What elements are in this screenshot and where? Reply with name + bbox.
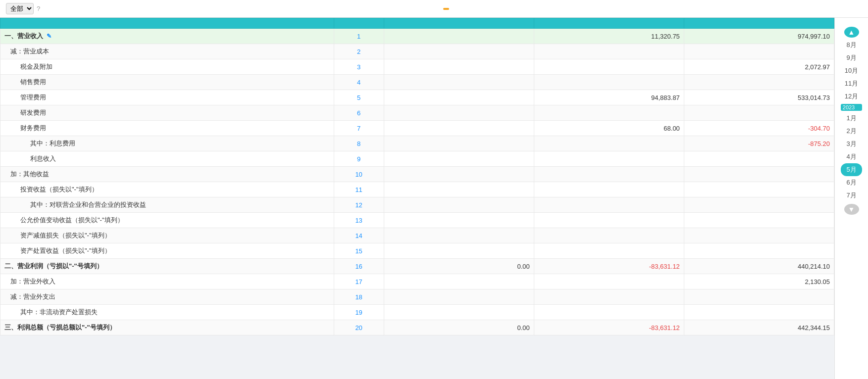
ytd-amount-cell — [534, 151, 684, 167]
ytd-amount-cell: -83,631.12 — [534, 320, 684, 335]
sidebar-month-item[interactable]: 6月 — [841, 176, 862, 189]
item-cell: 减：营业成本 — [0, 44, 334, 59]
ytd-amount-cell — [534, 197, 684, 213]
sidebar-month-item[interactable]: 5月 — [841, 163, 862, 176]
ytd-amount-cell — [534, 44, 684, 59]
item-cell: 公允价值变动收益（损失以"-"填列） — [0, 213, 334, 228]
sidebar-month-item[interactable]: 11月 — [841, 77, 862, 90]
ytd-amount-cell: 11,320.75 — [534, 29, 684, 44]
ytd-amount-cell: 68.00 — [534, 121, 684, 136]
item-cell: 销售费用 — [0, 75, 334, 90]
month-amount-cell — [384, 44, 534, 59]
ytd-amount-cell — [534, 228, 684, 243]
item-cell: 研发费用 — [0, 105, 334, 121]
row-number-cell: 1 — [334, 29, 384, 44]
row-number-cell: 6 — [334, 105, 384, 121]
prev-amount-cell — [684, 213, 834, 228]
row-number-cell: 19 — [334, 305, 384, 320]
sidebar-month-item[interactable]: 10月 — [841, 64, 862, 77]
sidebar-month-item[interactable]: 7月 — [841, 189, 862, 202]
item-cell: 二、营业利润（亏损以"-"号填列） — [0, 259, 334, 274]
sidebar-month-item[interactable]: 3月 — [841, 138, 862, 150]
row-number-cell: 17 — [334, 274, 384, 289]
item-cell: 其中：对联营企业和合营企业的投资收益 — [0, 197, 334, 213]
row-number-cell: 5 — [334, 90, 384, 105]
prev-amount-cell — [684, 197, 834, 213]
month-amount-cell — [384, 197, 534, 213]
ytd-amount-cell — [534, 182, 684, 197]
month-amount-cell — [384, 151, 534, 167]
row-number-cell: 15 — [334, 243, 384, 259]
month-amount-cell: 0.00 — [384, 259, 534, 274]
prev-amount-cell — [684, 105, 834, 121]
ytd-amount-cell — [534, 213, 684, 228]
month-amount-cell: 0.00 — [384, 320, 534, 335]
month-amount-cell — [384, 274, 534, 289]
row-number-cell: 7 — [334, 121, 384, 136]
sidebar-month-item[interactable]: 9月 — [841, 51, 862, 64]
item-cell: 财务费用 — [0, 121, 334, 136]
item-cell: 减：营业外支出 — [0, 289, 334, 305]
col-header-month — [384, 18, 534, 29]
month-amount-cell — [384, 243, 534, 259]
item-cell: 利息收入 — [0, 151, 334, 167]
row-number-cell: 13 — [334, 213, 384, 228]
item-cell: 加：其他收益 — [0, 167, 334, 182]
prev-amount-cell: 533,014.73 — [684, 90, 834, 105]
month-amount-cell — [384, 29, 534, 44]
prev-amount-cell — [684, 75, 834, 90]
row-number-cell: 8 — [334, 136, 384, 151]
table-area: 一、营业收入 ✎111,320.75974,997.10减：营业成本2税金及附加… — [0, 18, 834, 379]
item-cell: 管理费用 — [0, 90, 334, 105]
prev-amount-cell: 2,130.05 — [684, 274, 834, 289]
item-cell: 加：营业外收入 — [0, 274, 334, 289]
sidebar-month-item[interactable]: 8月 — [841, 39, 862, 51]
month-amount-cell — [384, 136, 534, 151]
sidebar-month-item[interactable]: 4月 — [841, 150, 862, 163]
scope-select[interactable]: 全部 — [6, 3, 34, 14]
item-cell: 税金及附加 — [0, 59, 334, 75]
sidebar-month-item[interactable]: 1月 — [841, 112, 862, 125]
month-amount-cell — [384, 121, 534, 136]
sidebar-down-nav[interactable]: ▼ — [844, 204, 859, 215]
prev-amount-cell — [684, 182, 834, 197]
item-cell: 其中：利息费用 — [0, 136, 334, 151]
row-number-cell: 4 — [334, 75, 384, 90]
sidebar-year-badge: 2023 — [841, 104, 862, 111]
ytd-amount-cell — [534, 75, 684, 90]
ytd-amount-cell — [534, 274, 684, 289]
month-amount-cell — [384, 305, 534, 320]
prev-amount-cell: 442,344.15 — [684, 320, 834, 335]
sidebar: ▲ 8月9月10月11月12月20231月2月3月4月5月6月7月 ▼ — [834, 18, 868, 379]
prev-amount-cell: -875.20 — [684, 136, 834, 151]
col-header-row — [334, 18, 384, 29]
col-header-prev — [684, 18, 834, 29]
ytd-amount-cell: -83,631.12 — [534, 259, 684, 274]
status-badge — [443, 8, 449, 10]
profit-table: 一、营业收入 ✎111,320.75974,997.10减：营业成本2税金及附加… — [0, 18, 834, 335]
prev-amount-cell — [684, 228, 834, 243]
row-number-cell: 10 — [334, 167, 384, 182]
prev-amount-cell: -304.70 — [684, 121, 834, 136]
prev-amount-cell: 2,072.97 — [684, 59, 834, 75]
prev-amount-cell — [684, 243, 834, 259]
sidebar-month-item[interactable]: 2月 — [841, 125, 862, 138]
month-amount-cell — [384, 75, 534, 90]
sidebar-month-item[interactable]: 12月 — [841, 90, 862, 103]
sidebar-up-nav[interactable]: ▲ — [844, 27, 859, 38]
month-amount-cell — [384, 59, 534, 75]
ytd-amount-cell — [534, 243, 684, 259]
row-number-cell: 16 — [334, 259, 384, 274]
help-icon: ? — [37, 5, 40, 12]
edit-icon[interactable]: ✎ — [45, 33, 51, 40]
prev-amount-cell: 974,997.10 — [684, 29, 834, 44]
prev-amount-cell — [684, 289, 834, 305]
row-number-cell: 12 — [334, 197, 384, 213]
row-number-cell: 20 — [334, 320, 384, 335]
item-cell: 资产减值损失（损失以"-"填列） — [0, 228, 334, 243]
row-number-cell: 14 — [334, 228, 384, 243]
month-amount-cell — [384, 213, 534, 228]
prev-amount-cell — [684, 44, 834, 59]
month-amount-cell — [384, 167, 534, 182]
ytd-amount-cell: 94,883.87 — [534, 90, 684, 105]
